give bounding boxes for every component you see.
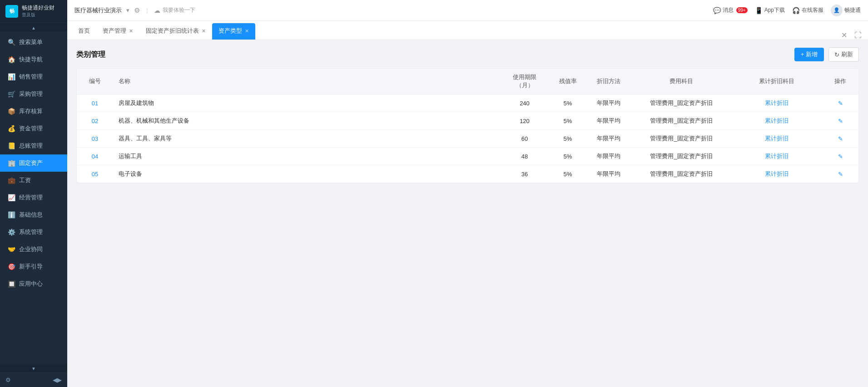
cell-accum-0: 累计折旧 <box>731 94 822 112</box>
sidebar-item-capital[interactable]: 💰 资金管理 <box>0 120 67 137</box>
settings-button[interactable]: ⚙ <box>5 377 11 383</box>
data-table-wrap: 编号 名称 使用期限（月） 残值率 折旧方法 费用科目 累计折旧科目 操作 01… <box>76 68 859 183</box>
sidebar-item-salary[interactable]: 💼 工资 <box>0 172 67 189</box>
online-service-action[interactable]: 🎧 在线客服 <box>792 6 823 14</box>
cell-name-4: 电子设备 <box>113 165 500 183</box>
col-header-method: 折旧方法 <box>586 69 631 94</box>
cell-ops-4: ✎ <box>822 165 858 183</box>
sidebar-item-app-center[interactable]: 🔲 应用中心 <box>0 275 67 293</box>
table-row: 03 器具、工具、家具等 60 5% 年限平均 管理费用_固定资产折旧 累计折旧… <box>77 130 858 148</box>
tab-close-depreciation[interactable]: ✕ <box>202 28 206 34</box>
col-header-expense: 费用科目 <box>631 69 731 94</box>
cell-accum-4: 累计折旧 <box>731 165 822 183</box>
header-actions: + 新增 ↻ 刷新 <box>794 47 859 62</box>
sidebar-label-sales: 销售管理 <box>19 73 43 81</box>
cell-expense-3: 管理费用_固定资产折旧 <box>631 148 731 165</box>
cell-code-1: 02 <box>77 112 113 130</box>
industry-dropdown-icon[interactable]: ▾ <box>126 7 129 14</box>
cell-code-0: 01 <box>77 94 113 112</box>
fixed-asset-icon: 🏢 <box>7 159 15 167</box>
sidebar-item-sys-mgmt[interactable]: ⚙️ 系统管理 <box>0 223 67 241</box>
tab-depreciation[interactable]: 固定资产折旧统计表 ✕ <box>139 23 212 40</box>
cell-name-3: 运输工具 <box>113 148 500 165</box>
cloud-icon: ☁ <box>154 7 160 14</box>
tab-asset-mgmt[interactable]: 资产管理 ✕ <box>96 23 139 40</box>
tab-close-asset-mgmt[interactable]: ✕ <box>129 28 133 34</box>
sales-icon: 📊 <box>7 73 15 81</box>
sidebar-label-ledger: 总账管理 <box>19 142 43 150</box>
col-header-name: 名称 <box>113 69 500 94</box>
table-row: 04 运输工具 48 5% 年限平均 管理费用_固定资产折旧 累计折旧 ✎ <box>77 148 858 165</box>
page-content: 类别管理 + 新增 ↻ 刷新 编号 名称 使用期限（月） 残值率 折旧方法 <box>67 40 868 387</box>
settings-icon[interactable]: ⚙ <box>134 6 140 15</box>
sidebar-label-sys-mgmt: 系统管理 <box>19 228 43 236</box>
col-header-ops: 操作 <box>822 69 858 94</box>
cell-ops-3: ✎ <box>822 148 858 165</box>
app-name: 畅捷通好业财 <box>22 5 55 12</box>
col-header-rate: 残值率 <box>550 69 586 94</box>
col-header-code: 编号 <box>77 69 113 94</box>
sys-mgmt-icon: ⚙️ <box>7 228 15 236</box>
edit-button-2[interactable]: ✎ <box>838 135 843 142</box>
topbar: 医疗器械行业演示 ▾ ⚙ | ☁ 我要体验一下 💬 消息 99+ 📱 App下载… <box>67 0 868 21</box>
edit-button-1[interactable]: ✎ <box>838 118 843 124</box>
scroll-down-arrow[interactable]: ▼ <box>30 365 37 372</box>
refresh-icon: ↻ <box>834 51 839 58</box>
sidebar-item-guide[interactable]: 🎯 新手引导 <box>0 258 67 275</box>
sidebar: 畅 畅捷通好业财 普及版 ▲ 🔍 搜索菜单 🏠 快捷导航 📊 销售管理 🛒 采购… <box>0 0 67 387</box>
cell-method-1: 年限平均 <box>586 112 631 130</box>
edit-button-4[interactable]: ✎ <box>838 171 843 178</box>
cell-method-3: 年限平均 <box>586 148 631 165</box>
cell-name-2: 器具、工具、家具等 <box>113 130 500 148</box>
cell-expense-2: 管理费用_固定资产折旧 <box>631 130 731 148</box>
sidebar-label-purchase: 采购管理 <box>19 90 43 98</box>
capital-icon: 💰 <box>7 124 15 133</box>
experience-button[interactable]: ☁ 我要体验一下 <box>154 6 195 14</box>
message-action[interactable]: 💬 消息 99+ <box>713 6 748 14</box>
sidebar-item-corp-coop[interactable]: 🤝 企业协同 <box>0 241 67 258</box>
message-icon: 💬 <box>713 7 721 14</box>
mobile-icon: 📱 <box>755 7 763 14</box>
sidebar-item-ops-mgmt[interactable]: 📈 经营管理 <box>0 189 67 206</box>
cell-name-1: 机器、机械和其他生产设备 <box>113 112 500 130</box>
basic-info-icon: ℹ️ <box>7 211 15 219</box>
cell-expense-1: 管理费用_固定资产折旧 <box>631 112 731 130</box>
app-edition: 普及版 <box>22 12 55 18</box>
cell-period-3: 48 <box>500 148 550 165</box>
table-header-row: 编号 名称 使用期限（月） 残值率 折旧方法 费用科目 累计折旧科目 操作 <box>77 69 858 94</box>
sidebar-item-fixed-asset[interactable]: 🏢 固定资产 <box>0 154 67 172</box>
tab-home[interactable]: 首页 <box>72 23 96 40</box>
edit-button-3[interactable]: ✎ <box>838 153 843 160</box>
cell-accum-2: 累计折旧 <box>731 130 822 148</box>
cell-code-2: 03 <box>77 130 113 148</box>
collapse-button[interactable]: ◀▶ <box>53 377 62 383</box>
tab-asset-type[interactable]: 资产类型 ✕ <box>212 23 255 40</box>
divider: | <box>146 7 148 14</box>
sidebar-label-corp-coop: 企业协同 <box>19 245 43 253</box>
cell-period-4: 36 <box>500 165 550 183</box>
sidebar-label-search: 搜索菜单 <box>19 38 43 46</box>
home-icon: 🏠 <box>7 55 15 64</box>
cell-period-0: 240 <box>500 94 550 112</box>
sidebar-item-ledger[interactable]: 📒 总账管理 <box>0 137 67 154</box>
tab-close-btn[interactable]: ✕ <box>839 31 849 40</box>
sidebar-item-purchase[interactable]: 🛒 采购管理 <box>0 85 67 103</box>
new-button[interactable]: + 新增 <box>794 48 824 61</box>
refresh-button[interactable]: ↻ 刷新 <box>828 47 859 62</box>
user-action[interactable]: 👤 畅捷通 <box>831 5 861 16</box>
app-download-action[interactable]: 📱 App下载 <box>755 6 785 14</box>
sidebar-item-quick-nav[interactable]: 🏠 快捷导航 <box>0 51 67 68</box>
tab-close-asset-type[interactable]: ✕ <box>245 28 249 34</box>
table-row: 05 电子设备 36 5% 年限平均 管理费用_固定资产折旧 累计折旧 ✎ <box>77 165 858 183</box>
edit-button-0[interactable]: ✎ <box>838 100 843 107</box>
sidebar-item-search[interactable]: 🔍 搜索菜单 <box>0 34 67 51</box>
sidebar-item-sales[interactable]: 📊 销售管理 <box>0 68 67 85</box>
sidebar-label-basic-info: 基础信息 <box>19 211 43 219</box>
tab-expand-btn[interactable]: ⛶ <box>853 31 863 40</box>
scroll-up-arrow[interactable]: ▲ <box>30 25 37 31</box>
sidebar-item-inventory[interactable]: 📦 库存核算 <box>0 103 67 120</box>
main-content: 医疗器械行业演示 ▾ ⚙ | ☁ 我要体验一下 💬 消息 99+ 📱 App下载… <box>67 0 868 387</box>
cell-method-0: 年限平均 <box>586 94 631 112</box>
sidebar-item-basic-info[interactable]: ℹ️ 基础信息 <box>0 206 67 223</box>
sidebar-label-ops-mgmt: 经营管理 <box>19 194 43 202</box>
